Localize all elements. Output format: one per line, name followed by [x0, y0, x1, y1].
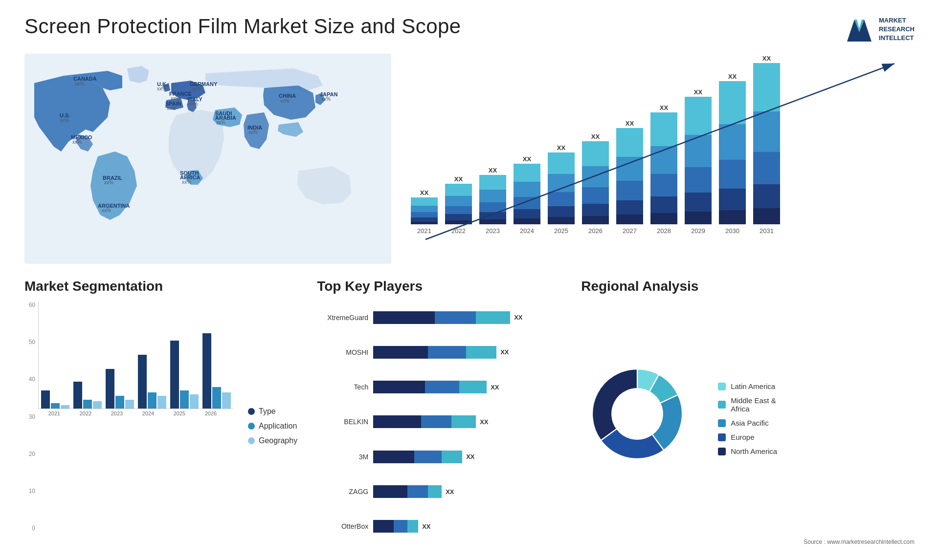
svg-text:xx%: xx%	[321, 96, 331, 102]
bar-segment	[616, 181, 643, 200]
player-name: BELKIN	[317, 418, 368, 426]
bar-segment	[685, 167, 712, 193]
player-bar-container: XX	[373, 415, 488, 428]
seg-bar	[125, 400, 134, 409]
svg-text:xx%: xx%	[102, 208, 111, 213]
bar-segment	[582, 216, 609, 224]
player-name: ZAGG	[317, 488, 368, 495]
bar-col: XX2021	[411, 189, 438, 235]
bar-col: XX2027	[616, 120, 643, 235]
bar-segment	[548, 206, 575, 217]
seg-bar	[212, 387, 221, 409]
player-bar-segment	[459, 381, 487, 393]
legend-type: Type	[248, 407, 297, 416]
player-value-label: XX	[446, 488, 454, 495]
player-bar-container: XX	[373, 346, 509, 359]
player-name: 3M	[317, 453, 368, 461]
svg-text:xx%: xx%	[182, 179, 191, 185]
player-row: TechXX	[317, 381, 561, 393]
players-chart: XtremeGuardXXMOSHIXXTechXXBELKINXX3MXXZA…	[317, 302, 561, 545]
bar-value-label: XX	[626, 120, 634, 127]
bar-segment	[411, 212, 438, 217]
donut-svg	[581, 358, 693, 470]
regional-title: Regional Analysis	[581, 279, 915, 294]
player-bar-segment	[373, 520, 394, 533]
bar-segment	[719, 189, 746, 210]
bar-stacked	[616, 128, 643, 224]
player-row: ZAGGXX	[317, 485, 561, 498]
bar-segment	[514, 218, 540, 224]
reg-legend-na: North America	[718, 447, 777, 455]
seg-bar	[73, 382, 82, 409]
player-row: XtremeGuardXX	[317, 311, 561, 324]
bar-segment	[719, 81, 746, 124]
bar-value-label: XX	[694, 88, 702, 96]
bar-stacked	[719, 81, 746, 224]
bar-segment	[445, 196, 472, 206]
seg-year-label: 2026	[197, 410, 224, 416]
bar-segment	[616, 215, 643, 224]
bar-segment	[650, 146, 677, 174]
bar-segment	[685, 97, 712, 135]
player-bar-segment	[476, 311, 510, 324]
seg-year-group	[106, 369, 134, 409]
player-value-label: XX	[500, 348, 509, 356]
seg-bar	[51, 403, 60, 409]
bar-segment	[753, 184, 780, 209]
player-bar-segment	[373, 415, 421, 428]
seg-year-group	[41, 390, 69, 409]
bar-stacked	[411, 197, 438, 224]
svg-text:xx%: xx%	[192, 86, 201, 91]
bottom-section: Market Segmentation 0 10 20 30 40 50 60	[24, 279, 915, 545]
seg-bar	[148, 392, 156, 409]
player-row: 3MXX	[317, 451, 561, 463]
player-name: XtremeGuard	[317, 314, 368, 322]
reg-legend-mea: Middle East &Africa	[718, 396, 777, 413]
bar-year-label: 2031	[760, 227, 774, 235]
bar-stacked	[753, 63, 780, 224]
regional-legend: Latin America Middle East &Africa Asia P…	[718, 382, 777, 455]
legend-application: Application	[248, 422, 297, 431]
bar-segment	[445, 184, 472, 196]
player-bar-segment	[373, 381, 425, 393]
logo-icon	[845, 15, 874, 44]
player-bar	[373, 346, 496, 359]
seg-year-label: 2024	[134, 410, 162, 416]
bar-value-label: XX	[591, 133, 600, 140]
top-section: CANADA xx% U.S. xx% MEXICO xx% BRAZIL xx…	[24, 54, 915, 264]
reg-legend-europe: Europe	[718, 433, 777, 441]
reg-dot-na	[718, 448, 726, 455]
player-bar-segment	[373, 311, 435, 324]
bar-segment	[685, 135, 712, 167]
player-bar-container: XX	[373, 520, 430, 533]
seg-year-group	[202, 333, 231, 409]
player-bar-segment	[373, 485, 407, 498]
bar-year-label: 2027	[623, 227, 637, 235]
legend-geography: Geography	[248, 436, 297, 445]
svg-text:xx%: xx%	[189, 101, 198, 107]
bar-segment	[753, 111, 780, 152]
bar-segment	[445, 206, 472, 215]
seg-year-group	[138, 355, 166, 409]
bar-segment	[582, 187, 609, 204]
reg-dot-mea	[718, 401, 726, 409]
player-bar-segment	[428, 346, 466, 359]
bar-col: XX2023	[479, 167, 506, 235]
bar-value-label: XX	[728, 73, 737, 80]
svg-text:xx%: xx%	[280, 98, 290, 104]
player-bar-container: XX	[373, 311, 522, 324]
player-row: OtterBoxXX	[317, 520, 561, 533]
seg-bar	[61, 405, 69, 409]
source-text: Source : www.marketresearchintellect.com	[581, 538, 915, 545]
bar-segment	[411, 197, 438, 206]
players-area: Top Key Players XtremeGuardXXMOSHIXXTech…	[317, 279, 561, 545]
player-bar-container: XX	[373, 381, 499, 393]
svg-text:xx%: xx%	[167, 106, 176, 111]
player-bar-segment	[466, 346, 496, 359]
bar-segment	[650, 213, 677, 224]
bar-segment	[650, 196, 677, 213]
player-bar-segment	[373, 346, 428, 359]
bar-segment	[514, 209, 540, 218]
bar-segment	[582, 141, 609, 166]
seg-year-label: 2021	[41, 410, 68, 416]
